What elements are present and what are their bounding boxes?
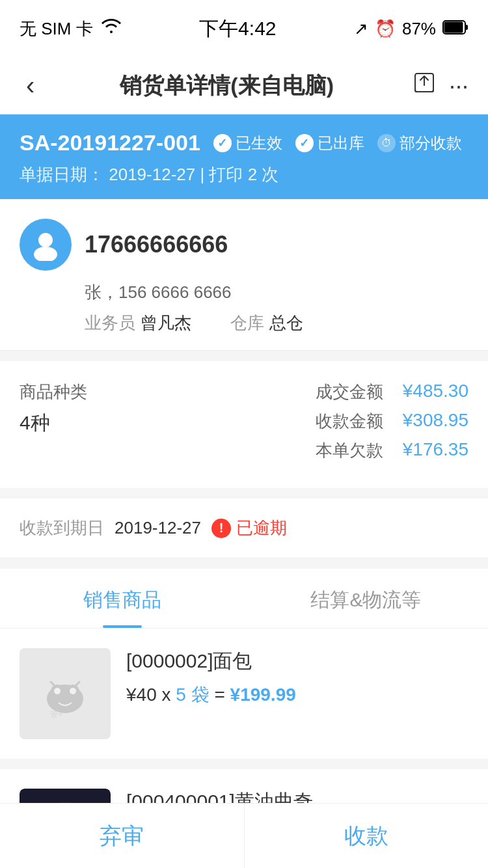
check-icon-1: ✓ — [213, 134, 232, 152]
alarm-icon: ⏰ — [375, 19, 396, 39]
price-value-1: ¥40 — [126, 685, 157, 705]
status-left: 无 SIM 卡 — [20, 18, 122, 40]
nav-actions: ··· — [413, 71, 468, 100]
product-item: 管+ [0000002]面包 ¥40 x 5 袋 = ¥199.99 — [0, 629, 488, 759]
product-placeholder-1: 管+ — [20, 648, 111, 739]
svg-rect-2 — [444, 21, 463, 33]
svg-text:管+: 管+ — [50, 710, 62, 719]
warehouse: 总仓 — [269, 312, 303, 334]
product-info-1: [0000002]面包 ¥40 x 5 袋 = ¥199.99 — [126, 648, 468, 707]
customer-id: 17666666666 — [85, 231, 228, 258]
status-effective-text: 已生效 — [236, 133, 282, 154]
battery-icon — [442, 19, 468, 39]
due-label: 收款到期日 — [20, 517, 104, 539]
abandon-button[interactable]: 弃审 — [0, 804, 245, 868]
order-row: SA-20191227-001 ✓ 已生效 ✓ 已出库 ⏱ 部分收款 — [20, 130, 468, 156]
status-right: ↗ ⏰ 87% — [354, 19, 468, 39]
product-price-1: ¥40 x 5 袋 = ¥199.99 — [126, 683, 468, 707]
more-icon[interactable]: ··· — [449, 72, 468, 100]
status-partial-text: 部分收款 — [400, 133, 462, 154]
collected-label: 收款金额 — [316, 410, 383, 433]
status-partial: ⏱ 部分收款 — [377, 133, 462, 154]
status-effective: ✓ 已生效 — [213, 133, 282, 154]
clock-icon: ⏱ — [377, 134, 396, 152]
svg-point-5 — [34, 247, 57, 261]
collected-value: ¥308.95 — [403, 410, 468, 433]
nav-bar: ‹ 销货单详情(来自电脑) ··· — [0, 57, 488, 115]
share-icon[interactable] — [413, 71, 436, 100]
overdue-icon: ! — [211, 519, 231, 538]
avatar — [20, 219, 72, 271]
amount-value: ¥485.30 — [403, 381, 468, 403]
product-name-1: [0000002]面包 — [126, 648, 468, 675]
amount-label: 成交金额 — [316, 381, 383, 403]
tab-settlement[interactable]: 结算&物流等 — [244, 569, 488, 628]
tab-products[interactable]: 销售商品 — [0, 569, 244, 628]
amount-row: 成交金额 ¥485.30 — [316, 381, 468, 403]
check-icon-2: ✓ — [295, 134, 314, 152]
price-total-1: ¥199.99 — [230, 685, 296, 705]
overdue-badge: ! 已逾期 — [211, 517, 287, 539]
status-time: 下午4:42 — [199, 16, 276, 42]
status-shipped: ✓ 已出库 — [295, 133, 364, 154]
wifi-icon — [101, 19, 122, 39]
carrier-text: 无 SIM 卡 — [20, 18, 93, 40]
category-count: 4种 — [20, 410, 87, 437]
sales-label: 业务员 — [85, 312, 135, 334]
svg-point-10 — [70, 688, 76, 694]
product-image-1: 管+ — [20, 648, 111, 739]
svg-point-4 — [38, 233, 53, 247]
owed-label: 本单欠款 — [316, 439, 383, 462]
collect-payment-button[interactable]: 收款 — [245, 804, 489, 868]
svg-point-9 — [54, 688, 61, 694]
owed-value: ¥176.35 — [403, 439, 468, 462]
back-button[interactable]: ‹ — [20, 64, 41, 107]
order-date-row: 单据日期： 2019-12-27 | 打印 2 次 — [20, 163, 468, 186]
collected-row: 收款金额 ¥308.95 — [316, 410, 468, 433]
due-date: 2019-12-27 — [115, 518, 201, 538]
customer-meta: 业务员 曾凡杰 仓库 总仓 — [20, 312, 468, 334]
price-qty-1: 5 — [176, 685, 186, 705]
category-summary: 商品种类 4种 — [20, 381, 87, 437]
customer-section: 17666666666 张，156 6666 6666 业务员 曾凡杰 仓库 总… — [0, 199, 488, 351]
overdue-text: 已逾期 — [236, 517, 287, 539]
battery-text: 87% — [402, 19, 436, 39]
customer-name: 张，156 6666 6666 — [20, 281, 468, 304]
date-label: 单据日期： — [20, 165, 104, 184]
amount-summary: 成交金额 ¥485.30 收款金额 ¥308.95 本单欠款 ¥176.35 — [316, 381, 468, 468]
price-unit-1: 袋 — [191, 685, 210, 705]
order-id: SA-20191227-001 — [20, 130, 200, 156]
order-date: 2019-12-27 — [109, 165, 195, 184]
category-label: 商品种类 — [20, 381, 87, 403]
status-bar: 无 SIM 卡 下午4:42 ↗ ⏰ 87% — [0, 0, 488, 57]
owed-row: 本单欠款 ¥176.35 — [316, 439, 468, 462]
status-shipped-text: 已出库 — [318, 133, 364, 154]
print-info: | 打印 2 次 — [200, 165, 278, 184]
svg-rect-1 — [465, 25, 468, 30]
due-date-section: 收款到期日 2019-12-27 ! 已逾期 — [0, 498, 488, 558]
warehouse-label: 仓库 — [230, 312, 264, 334]
customer-row: 17666666666 — [20, 219, 468, 271]
page-title: 销货单详情(来自电脑) — [120, 71, 334, 101]
tabs-section: 销售商品 结算&物流等 — [0, 569, 488, 629]
sales-person: 曾凡杰 — [141, 312, 191, 334]
summary-section: 商品种类 4种 成交金额 ¥485.30 收款金额 ¥308.95 本单欠款 ¥… — [0, 361, 488, 488]
header-banner: SA-20191227-001 ✓ 已生效 ✓ 已出库 ⏱ 部分收款 单据日期：… — [0, 115, 488, 199]
location-icon: ↗ — [354, 19, 368, 39]
bottom-bar: 弃审 收款 — [0, 803, 488, 868]
